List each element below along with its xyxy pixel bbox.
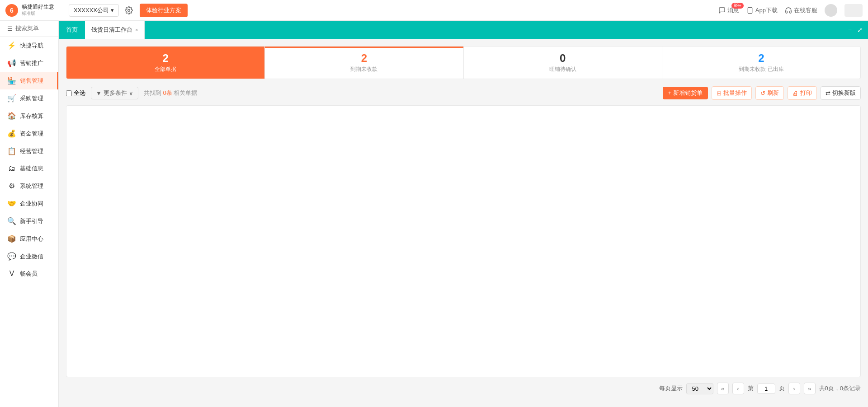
sales-icon: 🏪 — [7, 76, 16, 85]
sidebar-item-operations[interactable]: 📋 经营管理 — [0, 142, 58, 160]
stats-tab-shipped[interactable]: 2 到期未收款 已出库 — [662, 47, 860, 79]
quicknav-icon: ⚡ — [7, 41, 16, 50]
sidebar-item-system[interactable]: ⚙ 系统管理 — [0, 177, 58, 195]
stats-tab-wangpu[interactable]: 0 旺铺待确认 — [464, 47, 662, 79]
print-button[interactable]: 🖨 打印 — [788, 86, 817, 100]
select-all-checkbox[interactable]: 全选 — [66, 89, 85, 97]
sidebar-item-wechat-label: 企业微信 — [20, 253, 43, 261]
app-container: 6 畅捷通好生意 标准版 XXXXXX公司 ▾ 体验行业方案 消息 — [0, 0, 868, 407]
guide-icon: 🔍 — [7, 217, 16, 225]
sidebar-item-quicknav[interactable]: ⚡ 快捷导航 — [0, 37, 58, 54]
add-sales-order-button[interactable]: + 新增销货单 — [663, 87, 708, 99]
refresh-button[interactable]: ↺ 刷新 — [755, 86, 784, 100]
basic-info-icon: 🗂 — [7, 164, 16, 173]
sidebar-item-app-center[interactable]: 📦 应用中心 — [0, 230, 58, 248]
batch-icon: ⊞ — [717, 90, 722, 97]
svg-point-0 — [128, 9, 130, 11]
tab-close-icon[interactable]: × — [135, 27, 138, 33]
sidebar-item-member-label: 畅会员 — [20, 270, 38, 278]
operations-icon: 📋 — [7, 147, 16, 155]
switch-label: 切换新版 — [832, 89, 856, 97]
filter-chevron: ∨ — [129, 90, 133, 97]
table-container — [66, 105, 861, 377]
tab-controls: − ⤢ — [846, 24, 868, 35]
sidebar-item-cooperation[interactable]: 🤝 企业协同 — [0, 195, 58, 212]
tab-maximize-icon[interactable]: ⤢ — [855, 24, 864, 35]
top-right-area: 消息 99+ App下载 在线客服 — [718, 4, 863, 17]
company-selector[interactable]: XXXXXX公司 ▾ — [69, 4, 119, 17]
logo-text-area: 畅捷通好生意 标准版 — [22, 4, 54, 17]
switch-icon: ⇄ — [826, 90, 830, 97]
page-prefix: 第 — [748, 384, 754, 393]
stats-tab-shipped-num: 2 — [670, 52, 853, 65]
user-name-area[interactable] — [844, 4, 863, 17]
per-page-select[interactable]: 50 100 200 — [686, 383, 713, 394]
stats-tab-overdue-num: 2 — [272, 52, 456, 65]
sidebar-item-sales[interactable]: 🏪 销售管理 — [0, 72, 58, 89]
sidebar-item-inventory-label: 库存核算 — [20, 112, 43, 120]
filter-icon: ▼ — [96, 90, 102, 97]
stats-tabs: 2 全部单据 2 到期未收款 0 旺铺待确认 2 到期未收款 已出库 — [66, 46, 861, 79]
first-page-button[interactable]: « — [717, 383, 729, 394]
tab-home-label: 首页 — [66, 26, 78, 34]
stats-tab-all-num: 2 — [74, 52, 257, 65]
tab-bar: 首页 钱货日清工作台 × − ⤢ — [59, 21, 868, 39]
sidebar-item-guide[interactable]: 🔍 新手引导 — [0, 212, 58, 230]
sidebar-item-app-center-label: 应用中心 — [20, 235, 43, 243]
sidebar-item-cooperation-label: 企业协同 — [20, 200, 43, 208]
next-page-button[interactable]: › — [788, 383, 800, 394]
user-avatar[interactable] — [825, 4, 837, 17]
sidebar-item-member[interactable]: V 畅会员 — [0, 265, 58, 282]
stats-tab-all[interactable]: 2 全部单据 — [66, 47, 265, 79]
trial-button[interactable]: 体验行业方案 — [140, 4, 188, 17]
tab-home[interactable]: 首页 — [59, 21, 85, 39]
cooperation-icon: 🤝 — [7, 199, 16, 208]
print-icon: 🖨 — [793, 90, 798, 97]
last-page-icon: » — [808, 385, 811, 392]
dropdown-icon: ▾ — [111, 7, 114, 14]
sidebar-item-wechat[interactable]: 💬 企业微信 — [0, 248, 58, 265]
sidebar-item-quicknav-label: 快捷导航 — [20, 42, 43, 50]
select-all-input[interactable] — [66, 90, 72, 96]
sidebar-item-purchase[interactable]: 🛒 采购管理 — [0, 89, 58, 107]
batch-operation-button[interactable]: ⊞ 批量操作 — [712, 86, 752, 100]
sidebar-item-marketing-label: 营销推广 — [20, 59, 43, 67]
stats-tab-wangpu-label: 旺铺待确认 — [471, 65, 655, 73]
page-suffix: 页 — [779, 384, 785, 393]
app-name: 畅捷通好生意 — [22, 4, 54, 11]
tab-workbench-label: 钱货日清工作台 — [91, 26, 132, 34]
app-download-button[interactable]: App下载 — [746, 6, 778, 14]
prev-page-button[interactable]: ‹ — [732, 383, 744, 394]
toolbar-right: + 新增销货单 ⊞ 批量操作 ↺ 刷新 🖨 打印 — [663, 86, 861, 100]
sidebar-item-finance[interactable]: 💰 资金管理 — [0, 125, 58, 142]
page-number-input[interactable] — [757, 384, 775, 394]
search-menu-item[interactable]: ☰ 搜索菜单 — [0, 21, 58, 37]
found-text: 共找到 0条 相关单据 — [144, 89, 197, 97]
tab-minimize-icon[interactable]: − — [846, 24, 854, 35]
more-filter-button[interactable]: ▼ 更多条件 ∨ — [91, 87, 138, 99]
select-all-label: 全选 — [74, 89, 85, 97]
stats-tab-overdue[interactable]: 2 到期未收款 — [265, 47, 463, 79]
system-icon: ⚙ — [7, 182, 16, 190]
sidebar: ☰ 搜索菜单 ⚡ 快捷导航 📢 营销推广 🏪 销售管理 🛒 采购管理 🏠 库 — [0, 21, 59, 407]
purchase-icon: 🛒 — [7, 94, 16, 103]
tab-workbench[interactable]: 钱货日清工作台 × — [85, 21, 145, 39]
messages-button[interactable]: 消息 99+ — [718, 6, 739, 14]
sidebar-item-inventory[interactable]: 🏠 库存核算 — [0, 107, 58, 125]
online-service-button[interactable]: 在线客服 — [785, 6, 817, 14]
sidebar-item-basic-info-label: 基础信息 — [20, 164, 43, 173]
first-page-icon: « — [721, 385, 724, 392]
total-info: 共0页，0条记录 — [819, 384, 861, 393]
settings-icon[interactable] — [123, 4, 135, 17]
batch-label: 批量操作 — [723, 89, 747, 97]
switch-version-button[interactable]: ⇄ 切换新版 — [821, 86, 861, 100]
sidebar-item-marketing[interactable]: 📢 营销推广 — [0, 54, 58, 72]
stats-tab-all-label: 全部单据 — [74, 65, 257, 73]
sidebar-item-purchase-label: 采购管理 — [20, 94, 43, 103]
sidebar-item-basic-info[interactable]: 🗂 基础信息 — [0, 160, 58, 177]
last-page-button[interactable]: » — [804, 383, 816, 394]
next-page-icon: › — [793, 385, 795, 392]
finance-icon: 💰 — [7, 129, 16, 138]
workbench-panel: 2 全部单据 2 到期未收款 0 旺铺待确认 2 到期未收款 已出库 — [59, 39, 868, 407]
company-name: XXXXXX公司 — [74, 6, 109, 14]
